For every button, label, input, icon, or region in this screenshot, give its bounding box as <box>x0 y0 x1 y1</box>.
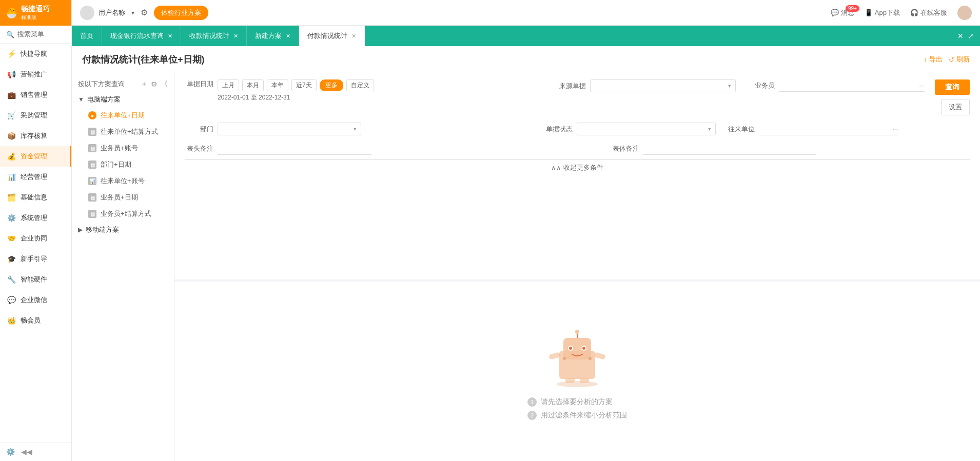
scheme-item-staff-account[interactable]: ▦ 业务员+账号 <box>72 140 174 156</box>
svg-point-13 <box>563 357 566 360</box>
staff-input-area[interactable]: ··· <box>779 79 925 92</box>
sidebar-item-guide[interactable]: 🎓 新手引导 <box>0 249 71 269</box>
tab-close-icon[interactable]: ✕ <box>233 33 238 39</box>
collapse-sidebar-icon[interactable]: ◀◀ <box>21 448 32 456</box>
scheme-icon: ▦ <box>88 210 96 218</box>
add-scheme-icon[interactable]: ＋ <box>141 79 148 89</box>
scheme-header: 按以下方案查询 ＋ ⚙ 《 <box>72 76 174 92</box>
this-year-btn[interactable]: 本年 <box>267 79 288 91</box>
query-button[interactable]: 查询 <box>935 79 970 95</box>
dept-select[interactable]: ▾ <box>218 123 361 135</box>
last-month-btn[interactable]: 上月 <box>218 79 239 91</box>
scheme-item-staff-settle[interactable]: ▦ 业务员+结算方式 <box>72 206 174 222</box>
note-body-input[interactable] <box>643 143 816 155</box>
custom-btn[interactable]: 自定义 <box>346 79 374 91</box>
content-wrapper: 按以下方案查询 ＋ ⚙ 《 ▼ 电脑端方案 ● 往来单位+日期 ▦ 往来单位+结… <box>72 71 980 461</box>
source-bill-select[interactable]: ▾ <box>590 79 736 92</box>
this-month-btn[interactable]: 本月 <box>242 79 264 91</box>
dept-arrow-icon: ▾ <box>354 126 357 132</box>
scheme-item-partner-settle[interactable]: ▦ 往来单位+结算方式 <box>72 124 174 140</box>
export-button[interactable]: ↑ 导出 <box>924 55 943 64</box>
scheme-category-desktop[interactable]: ▼ 电脑端方案 <box>72 92 174 107</box>
tab-home-label: 首页 <box>80 31 93 41</box>
close-all-tabs-icon[interactable]: ✕ <box>957 32 964 40</box>
sidebar-item-system[interactable]: ⚙️ 系统管理 <box>0 208 71 228</box>
topbar-settings-icon[interactable]: ⚙ <box>141 8 148 17</box>
sidebar-item-inventory[interactable]: 📦 库存核算 <box>0 126 71 146</box>
sidebar-item-basic[interactable]: 🗂️ 基础信息 <box>0 187 71 208</box>
tab-home[interactable]: 首页 <box>72 26 102 46</box>
scheme-item-label: 业务员+日期 <box>101 193 138 202</box>
expand-tabs-icon[interactable]: ⤢ <box>968 32 974 40</box>
sidebar-item-member[interactable]: 👑 畅会员 <box>0 310 71 331</box>
sidebar-item-purchase[interactable]: 🛒 采购管理 <box>0 105 71 126</box>
sidebar-item-weixin[interactable]: 💬 企业微信 <box>0 290 71 310</box>
online-service-btn[interactable]: 🎧 在线客服 <box>910 8 947 17</box>
filter-item-source: 来源单据 ▾ <box>557 79 736 92</box>
note-header-input[interactable] <box>218 143 371 155</box>
scheme-item-label: 往来单位+结算方式 <box>101 127 158 136</box>
smart-hw-icon: 🔧 <box>6 274 16 285</box>
svg-point-8 <box>575 330 579 334</box>
messages-btn[interactable]: 💬 消息 99+ <box>831 8 854 17</box>
trial-button[interactable]: 体验行业方案 <box>154 6 208 20</box>
dept-label: 部门 <box>185 125 213 134</box>
tab-label: 新建方案 <box>255 31 282 41</box>
settings-scheme-icon[interactable]: ⚙ <box>151 80 158 88</box>
tab-receipt-stat[interactable]: 收款情况统计 ✕ <box>181 26 247 46</box>
more-btn[interactable]: 更多 <box>320 79 343 91</box>
sidebar-item-operation[interactable]: 📊 经营管理 <box>0 167 71 187</box>
search-label: 搜索菜单 <box>17 30 44 39</box>
sidebar-item-quick-nav[interactable]: ⚡ 快捷导航 <box>0 44 71 64</box>
scheme-item-staff-date[interactable]: ▦ 业务员+日期 <box>72 189 174 206</box>
scheme-item-partner-account[interactable]: 📊 往来单位+账号 <box>72 173 174 189</box>
scheme-icon: ▦ <box>88 193 96 202</box>
svg-rect-12 <box>580 378 589 383</box>
user-dropdown-icon[interactable]: ▾ <box>131 9 134 16</box>
collapse-scheme-icon[interactable]: 《 <box>161 79 168 89</box>
topbar: 用户名称 ▾ ⚙ 体验行业方案 💬 消息 99+ 📱 App下载 🎧 在线客服 <box>72 0 980 26</box>
topbar-user[interactable]: 用户名称 ▾ <box>80 6 134 20</box>
filter-row-2: 部门 ▾ 单据状态 ▾ 往来单位 <box>185 123 970 135</box>
refresh-button[interactable]: ↺ 刷新 <box>949 55 970 64</box>
bill-status-select[interactable]: ▾ <box>577 123 716 135</box>
app-download-btn[interactable]: 📱 App下载 <box>865 8 900 17</box>
scheme-category-mobile[interactable]: ▶ 移动端方案 <box>72 222 174 237</box>
sidebar-logo: 🐣 畅捷通巧 标准版 <box>0 0 71 26</box>
scheme-icon: ▦ <box>88 128 96 136</box>
logo-icon: 🐣 <box>5 7 18 19</box>
filter-row-1: 单据日期 上月 本月 本年 近7天 更多 自定义 2022-01-01 至 20… <box>185 79 970 115</box>
user-avatar-top[interactable] <box>957 6 972 20</box>
tab-close-icon[interactable]: ✕ <box>351 33 356 39</box>
collapse-filter-btn[interactable]: ∧∧ 收起更多条件 <box>185 159 970 175</box>
scheme-item-dept-date[interactable]: ▦ 部门+日期 <box>72 156 174 173</box>
sales-icon: 💼 <box>6 90 16 100</box>
filter-item-note-header: 表头备注 <box>185 143 595 155</box>
sidebar-item-fund[interactable]: 💰 资金管理 <box>0 146 71 167</box>
svg-point-5 <box>569 347 572 350</box>
tab-new-scheme[interactable]: 新建方案 ✕ <box>247 26 299 46</box>
tab-label: 现金银行流水查询 <box>110 31 164 41</box>
last-7days-btn[interactable]: 近7天 <box>291 79 317 91</box>
scheme-item-partner-date[interactable]: ● 往来单位+日期 <box>72 107 174 124</box>
tab-bank-flow[interactable]: 现金银行流水查询 ✕ <box>102 26 181 46</box>
scheme-icon: ▦ <box>88 144 96 152</box>
category-label: 电脑端方案 <box>87 95 121 104</box>
partner-input-area[interactable]: ··· <box>759 123 898 135</box>
sidebar-item-label: 企业微信 <box>21 295 47 305</box>
filter-item-dept: 部门 ▾ <box>185 123 528 135</box>
search-menu[interactable]: 🔍 搜索菜单 <box>0 26 71 44</box>
sidebar-item-marketing[interactable]: 📢 营销推广 <box>0 64 71 85</box>
page-header: 付款情况统计(往来单位+日期) ↑ 导出 ↺ 刷新 <box>72 46 980 71</box>
empty-tips: 1 请先选择要分析的方案 2 用过滤条件来缩小分析范围 <box>527 397 627 420</box>
sidebar-item-enterprise[interactable]: 🤝 企业协同 <box>0 228 71 249</box>
settings-bottom-icon[interactable]: ⚙️ <box>6 448 15 456</box>
svg-rect-9 <box>548 352 561 359</box>
sidebar-item-sales[interactable]: 💼 销售管理 <box>0 85 71 105</box>
settings-button[interactable]: 设置 <box>941 99 970 115</box>
sidebar-item-smart-hw[interactable]: 🔧 智能硬件 <box>0 269 71 290</box>
tab-close-icon[interactable]: ✕ <box>168 33 172 39</box>
tab-close-icon[interactable]: ✕ <box>286 33 290 39</box>
message-badge: 99+ <box>846 5 859 12</box>
tab-payment-stat[interactable]: 付款情况统计 ✕ <box>299 26 365 46</box>
